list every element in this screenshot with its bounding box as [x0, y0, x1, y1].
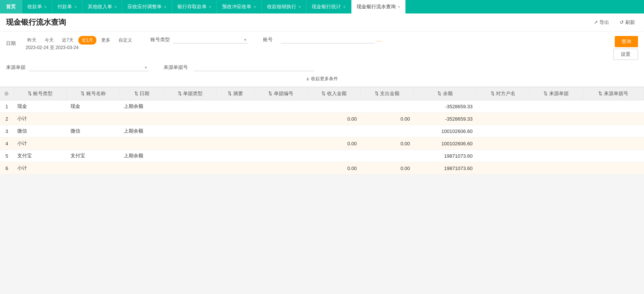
summary-cell [217, 113, 254, 125]
close-icon[interactable]: × [299, 4, 301, 9]
account-picker-button[interactable]: ... [376, 36, 381, 43]
income-cell [307, 100, 360, 113]
expense-cell [360, 125, 414, 137]
account-name-cell: 微信 [67, 125, 120, 137]
row-num: 2 [0, 113, 14, 125]
nav-tab-bank-withdraw[interactable]: 银行存取款单 × [172, 0, 217, 13]
summary-cell [217, 150, 254, 162]
table-header-row: ⚙ ⇅ 账号类型 ⇅ 账号名称 ⇅ 日期 ⇅ 单据类型 [0, 87, 644, 100]
nav-tab-cash-flow-query[interactable]: 现金银行流水查询 × [351, 0, 405, 13]
th-balance[interactable]: ⇅ 余额 [414, 87, 476, 100]
source-doc-no-label: 来源单据号 [164, 64, 188, 71]
summary-cell [217, 100, 254, 113]
table-container: ⚙ ⇅ 账号类型 ⇅ 账号名称 ⇅ 日期 ⇅ 单据类型 [0, 87, 644, 175]
date-more[interactable]: 更多 [98, 36, 114, 45]
date-yesterday[interactable]: 昨天 [24, 36, 40, 45]
income-cell: 0.00 [307, 162, 360, 175]
th-income[interactable]: ⇅ 收入金额 [307, 87, 360, 100]
doc-no-cell [254, 150, 308, 162]
account-type-cell: 小计 [14, 137, 67, 150]
source-doc-cell [530, 125, 583, 137]
account-type-cell: 现金 [14, 100, 67, 113]
th-account-type[interactable]: ⇅ 账号类型 [14, 87, 67, 100]
nav-tab-receipts[interactable]: 收款单 × [22, 0, 52, 13]
row-num: 5 [0, 150, 14, 162]
settings-button[interactable]: 设置 [613, 49, 638, 60]
nav-tab-payments[interactable]: 付款单 × [52, 0, 82, 13]
doc-type-cell [164, 137, 217, 150]
th-doc-no[interactable]: ⇅ 单据编号 [254, 87, 308, 100]
income-cell [307, 125, 360, 137]
expense-cell: 0.00 [360, 113, 414, 125]
nav-tab-cash-stats[interactable]: 现金银行统计 × [306, 0, 351, 13]
close-icon[interactable]: × [44, 4, 47, 9]
balance-cell: 100102606.60 [414, 137, 476, 150]
balance-cell: 19871073.60 [414, 150, 476, 162]
counterparty-cell [476, 125, 530, 137]
counterparty-cell [476, 150, 530, 162]
th-source-doc-no[interactable]: ⇅ 来源单据号 [583, 87, 644, 100]
date-7days[interactable]: 近7天 [59, 36, 77, 45]
table-row: 4小计0.000.00100102606.60 [0, 137, 644, 150]
expense-cell: 0.00 [360, 137, 414, 150]
account-type-cell: 小计 [14, 113, 67, 125]
account-type-select[interactable] [173, 36, 248, 43]
account-input[interactable] [281, 36, 375, 43]
counterparty-cell [476, 137, 530, 150]
doc-no-cell [254, 162, 308, 175]
close-icon[interactable]: × [398, 4, 400, 9]
close-icon[interactable]: × [254, 4, 256, 9]
close-icon[interactable]: × [343, 4, 345, 9]
account-name-cell: 现金 [67, 100, 120, 113]
account-type-label: 账号类型 [150, 36, 170, 43]
doc-type-cell [164, 125, 217, 137]
close-icon[interactable]: × [209, 4, 211, 9]
export-button[interactable]: ↗ 导出 [591, 18, 612, 27]
gear-icon[interactable]: ⚙ [4, 91, 9, 97]
date-label: 日期 [6, 40, 21, 47]
row-num: 3 [0, 125, 14, 137]
source-doc-label: 来源单据 [6, 64, 26, 71]
close-icon[interactable]: × [164, 4, 166, 9]
counterparty-cell [476, 113, 530, 125]
counterparty-cell [476, 100, 530, 113]
th-expense[interactable]: ⇅ 支出金额 [360, 87, 414, 100]
th-summary[interactable]: ⇅ 摘要 [217, 87, 254, 100]
doc-no-cell [254, 100, 308, 113]
account-name-cell [67, 137, 120, 150]
nav-home[interactable]: 首页 [0, 0, 22, 13]
close-icon[interactable]: × [114, 4, 117, 9]
date-custom[interactable]: 自定义 [115, 36, 135, 45]
nav-tab-prepay-offset[interactable]: 预收冲应收单 × [217, 0, 261, 13]
date-1month[interactable]: 近1月 [78, 36, 97, 45]
table-row: 2小计0.000.00-3528659.33 [0, 113, 644, 125]
income-cell: 0.00 [307, 113, 360, 125]
account-type-cell: 小计 [14, 162, 67, 175]
filter-row-2: 来源单据 ▾ 来源单据号 [6, 64, 638, 71]
th-account-name[interactable]: ⇅ 账号名称 [67, 87, 120, 100]
row-num: 6 [0, 162, 14, 175]
source-doc-cell [530, 100, 583, 113]
th-doc-type[interactable]: ⇅ 单据类型 [164, 87, 217, 100]
th-source-doc[interactable]: ⇅ 来源单据 [530, 87, 583, 100]
nav-tab-other-income[interactable]: 其他收入单 × [83, 0, 122, 13]
table-row: 5支付宝支付宝上期余额19871073.60 [0, 150, 644, 162]
source-doc-select[interactable] [29, 64, 149, 71]
refresh-button[interactable]: ↺ 刷新 [617, 18, 638, 27]
source-doc-no-cell [583, 162, 644, 175]
date-today[interactable]: 今天 [41, 36, 57, 45]
th-counterparty[interactable]: ⇅ 对方户名 [476, 87, 530, 100]
collapse-bar[interactable]: ∧ 收起更多条件 [6, 74, 638, 84]
source-doc-no-input[interactable] [194, 64, 314, 71]
th-date[interactable]: ⇅ 日期 [120, 87, 164, 100]
account-name-cell: 支付宝 [67, 150, 120, 162]
chevron-up-icon: ∧ [306, 76, 309, 82]
close-icon[interactable]: × [74, 4, 77, 9]
query-button[interactable]: 查询 [615, 36, 638, 47]
table-row: 1现金现金上期余额-3528659.33 [0, 100, 644, 113]
table-row: 3微信微信上期余额100102606.60 [0, 125, 644, 137]
nav-tab-collection-exec[interactable]: 收款核销执行 × [262, 0, 306, 13]
nav-tab-ar-ap-adjust[interactable]: 应收应付调整单 × [122, 0, 172, 13]
source-doc-cell [530, 150, 583, 162]
source-doc-no-cell [583, 113, 644, 125]
